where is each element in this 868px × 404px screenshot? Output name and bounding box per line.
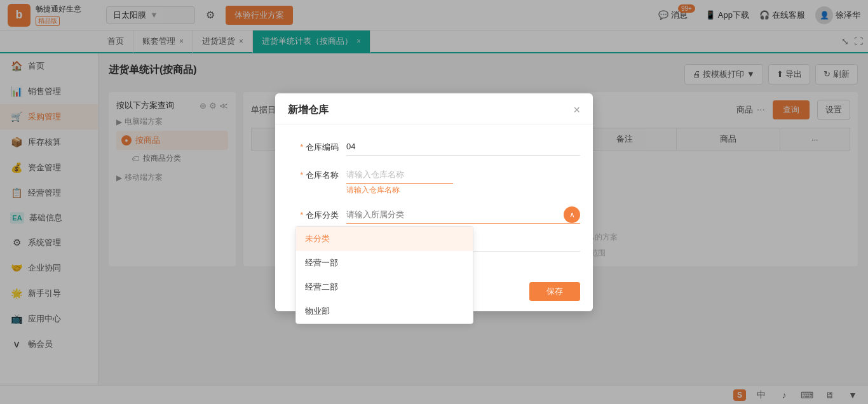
- modal-warehouse: 新增仓库 × 仓库编码 仓库名称 请输入仓库名称 仓库分类: [275, 93, 593, 311]
- form-row-category: 仓库分类 ∧ 未分类 经营一部 经营二部 物业部: [288, 206, 580, 224]
- category-dropdown-list: 未分类 经营一部 经营二部 物业部: [295, 226, 473, 324]
- dropdown-option-dept2[interactable]: 经营二部: [296, 275, 473, 299]
- modal-body: 仓库编码 仓库名称 请输入仓库名称 仓库分类 ∧ 未分类: [275, 125, 593, 274]
- modal-header: 新增仓库 ×: [275, 93, 593, 125]
- warehouse-name-input[interactable]: [346, 166, 453, 184]
- save-button[interactable]: 保存: [529, 282, 580, 301]
- name-error-message: 请输入仓库名称: [346, 185, 580, 196]
- dropdown-option-dept1[interactable]: 经营一部: [296, 251, 473, 275]
- modal-close-button[interactable]: ×: [573, 104, 580, 117]
- category-input[interactable]: [346, 206, 580, 224]
- category-dropdown-container: ∧ 未分类 经营一部 经营二部 物业部: [346, 206, 580, 224]
- category-label: 仓库分类: [288, 206, 339, 221]
- code-label: 仓库编码: [288, 138, 339, 153]
- form-row-code: 仓库编码: [288, 138, 580, 156]
- name-label: 仓库名称: [288, 166, 339, 181]
- dropdown-arrow-icon[interactable]: ∧: [564, 206, 580, 223]
- warehouse-code-input[interactable]: [346, 138, 580, 156]
- form-row-name: 仓库名称 请输入仓库名称: [288, 166, 580, 196]
- modal-title: 新增仓库: [288, 104, 329, 117]
- dropdown-option-uncategorized[interactable]: 未分类: [296, 227, 473, 251]
- dropdown-option-property[interactable]: 物业部: [296, 299, 473, 323]
- modal-overlay[interactable]: 新增仓库 × 仓库编码 仓库名称 请输入仓库名称 仓库分类: [0, 0, 868, 404]
- name-input-container: 请输入仓库名称: [346, 166, 580, 196]
